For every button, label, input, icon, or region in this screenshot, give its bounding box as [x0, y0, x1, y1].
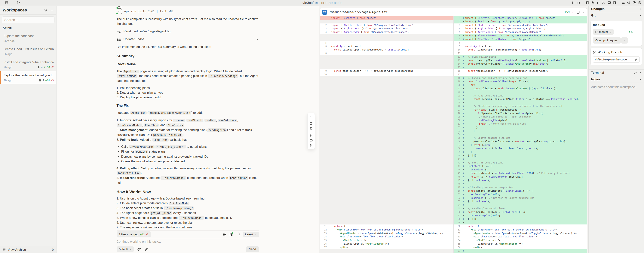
inline-code: loadPlans	[152, 138, 168, 142]
list-item: 3. The hook script creates a file in ~/.…	[116, 206, 259, 210]
floating-toolbar	[307, 113, 315, 149]
diff-row	[320, 101, 454, 104]
diff-row: 12+ // Plan review state	[454, 55, 587, 59]
pen-icon[interactable]	[144, 247, 148, 251]
diff-row	[320, 118, 454, 122]
diff-hidden-icon[interactable]	[310, 122, 313, 125]
diff-row: 35+ // Update tracked plan IDs	[454, 136, 587, 140]
status-green-dot	[116, 12, 118, 15]
terminal-section-header[interactable]: Terminal	[588, 70, 644, 76]
chevron-down-icon[interactable]	[256, 38, 259, 41]
diff-row: 4import { AgentHeader } from "@/componen…	[320, 30, 454, 34]
list-item: 1. Imports: Added necessary imports for …	[116, 118, 259, 128]
chat-scroll-area[interactable]: npm run build 2>&1 | tail -80The build c…	[56, 6, 319, 231]
search-input[interactable]: Search...	[2, 16, 54, 23]
megaphone-icon[interactable]	[627, 1, 630, 4]
panel-right-icon[interactable]	[613, 1, 616, 4]
tool-call-row[interactable]: Read medusa/src/pages/Agent.tsx	[116, 29, 259, 34]
send-button[interactable]: Send	[246, 246, 259, 252]
layers-icon[interactable]	[44, 8, 48, 12]
list-item: Calls invoke<PlanItem[]>('get_all_plans'…	[116, 144, 259, 150]
divider	[309, 132, 313, 132]
inline-code: pendingPlan	[229, 176, 248, 180]
plus-icon[interactable]	[50, 8, 54, 12]
git-section-header[interactable]: Git	[588, 12, 644, 19]
file-icon	[39, 79, 42, 82]
workspace-item[interactable]: Install and integrate Vibe Kanban Web C7…	[0, 58, 56, 70]
terminal-icon[interactable]	[602, 1, 606, 4]
pencil-icon[interactable]	[634, 58, 638, 61]
copy-icon[interactable]	[310, 127, 313, 130]
compare-icon[interactable]	[596, 1, 600, 4]
sparkle-icon[interactable]	[222, 233, 226, 236]
diff-row	[320, 87, 454, 90]
menu-icon[interactable]	[622, 1, 625, 4]
open-pull-request-button[interactable]: Open pull request	[593, 37, 621, 44]
diff-row: 49+ // Handle plan review completion	[454, 186, 587, 189]
terminal-cmd-icon	[116, 9, 122, 14]
working-branch-input[interactable]: vk/3ccf-explore-the-code	[593, 56, 640, 63]
latest-dropdown[interactable]: Latest	[243, 232, 259, 237]
pause-icon[interactable]	[572, 1, 575, 4]
previous-tool-call-partial	[116, 6, 259, 6]
diff-row	[320, 104, 454, 108]
diff-view-toggle-icon[interactable]	[576, 10, 580, 14]
diff-file-path: /medusa/medusa/src/pages/Agent.tsx	[329, 10, 387, 14]
monitor-icon[interactable]	[310, 139, 313, 142]
latest-label: Latest	[245, 233, 253, 236]
workspace-item-time: 7h ago	[4, 66, 12, 69]
paperclip-icon[interactable]	[137, 247, 141, 251]
play-icon[interactable]	[310, 134, 313, 137]
git-branch-icon[interactable]	[310, 144, 313, 147]
changes-section-header[interactable]: Changes	[588, 6, 644, 12]
monitor-icon[interactable]	[608, 1, 611, 4]
inline-code: PlanReviewModal	[178, 216, 204, 220]
diff-row: 59+	[454, 221, 587, 224]
archive-icon[interactable]	[5, 1, 8, 4]
inline-code: get_all_plans	[150, 211, 172, 215]
pr-options-button[interactable]	[621, 37, 628, 44]
workspace-item[interactable]: Explore the codebase35m ago	[0, 32, 56, 44]
collapse-icon[interactable]	[577, 1, 580, 4]
diff-row	[320, 126, 454, 129]
panel-left-icon[interactable]	[586, 1, 589, 4]
workspace-item-stats: 2+61-3	[39, 79, 54, 82]
diff-row: 13+ const [pendingPlan, setPendingPlan] …	[454, 59, 587, 62]
diff-row	[320, 186, 454, 189]
diff-row: 57+ setPendingPlan(null);	[454, 214, 587, 218]
repo-more-button[interactable]: ···	[636, 30, 640, 34]
theme-icon[interactable]	[591, 1, 594, 4]
help-icon[interactable]	[632, 1, 636, 4]
view-archive-button[interactable]: View Archive 0	[0, 246, 56, 253]
model-dropdown[interactable]: Default	[116, 246, 134, 252]
diff-row	[320, 214, 454, 218]
notes-section-header[interactable]: Notes	[588, 76, 644, 83]
diff-row	[320, 59, 454, 62]
workspace-item-time: 35m ago	[4, 39, 14, 42]
workspace-item[interactable]: Create Good First Issues on Github So p6…	[0, 45, 56, 58]
panel-close-icon[interactable]	[17, 1, 20, 4]
tool-call-row[interactable]: Updated Todos	[116, 36, 259, 42]
sidebar-header: Workspaces	[0, 6, 56, 15]
branch-name: master	[599, 30, 608, 34]
numbered-list: 4. Polling effect: Set up a polling inte…	[116, 166, 259, 185]
files-changed-badge[interactable]: 2 files changed +61 -3	[116, 232, 151, 238]
chat-heading: The Fix	[116, 104, 259, 108]
tool-call-row[interactable]: npm run build 2>&1 | tail -80	[116, 9, 259, 14]
workspace-item[interactable]: Explore the codebase I want you to exp7h…	[0, 71, 56, 84]
collapse-file-icon[interactable]	[582, 11, 585, 14]
branch-dropdown[interactable]: master	[593, 29, 614, 35]
notes-input[interactable]: Add notes about this workspace...	[588, 83, 644, 91]
expand-icon[interactable]	[634, 72, 637, 74]
todos-status-icon[interactable]	[229, 233, 233, 236]
diff-row: 9 const toggleSidebar = () => setSidebar…	[320, 69, 454, 73]
diff-additions: +59	[564, 10, 570, 14]
diff-row: 13 <AgentHeader sidebarOpen={sidebarOpen…	[320, 232, 454, 235]
drag-dots-icon[interactable]	[310, 115, 313, 118]
chat-paragraph: I updated Agent.tsx (medusa/src/pages/Ag…	[116, 110, 259, 115]
settings-icon[interactable]	[638, 1, 641, 4]
diff-file-header[interactable]: TS /medusa/medusa/src/pages/Agent.tsx +5…	[320, 8, 587, 16]
diff-row: 58+ }, []);	[454, 217, 587, 221]
message-input[interactable]: Continue working on this task...	[116, 238, 259, 245]
tool-call-label: npm run build 2>&1 | tail -80	[124, 10, 174, 13]
